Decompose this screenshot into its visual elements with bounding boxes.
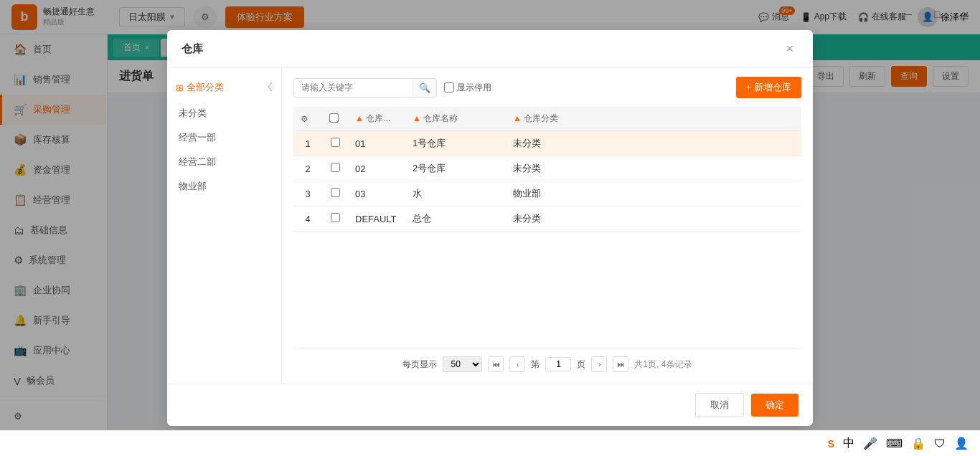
page-label: 第 xyxy=(531,358,540,371)
row-check-2[interactable] xyxy=(322,156,348,181)
row-checkbox-1[interactable] xyxy=(331,138,340,147)
row-num-3: 3 xyxy=(293,181,322,206)
search-input[interactable] xyxy=(294,79,413,96)
row-name-4: 总仓 xyxy=(405,206,506,232)
sort-cat-icon: ▲ xyxy=(513,113,522,123)
last-page-button[interactable]: ⏭ xyxy=(613,356,628,372)
first-page-button[interactable]: ⏮ xyxy=(488,356,504,372)
row-cat-2: 未分类 xyxy=(506,156,801,181)
col-name: ▲ 仓库名称 xyxy=(405,107,506,131)
row-check-3[interactable] xyxy=(322,181,348,206)
col-settings: ⚙ xyxy=(293,107,322,131)
show-disabled-text: 显示停用 xyxy=(457,82,491,94)
row-cat-1: 未分类 xyxy=(506,131,801,156)
confirm-button[interactable]: 确定 xyxy=(751,394,798,417)
per-page-select[interactable]: 50 20 100 xyxy=(443,356,482,372)
add-warehouse-button[interactable]: + 新增仓库 xyxy=(736,77,801,98)
warehouse-dialog: 仓库 × ⊞ 全部分类 《 未分类 经营一部 经营二部 物业部 xyxy=(167,30,813,426)
row-name-3: 水 xyxy=(405,181,506,206)
row-cat-4: 未分类 xyxy=(506,206,801,232)
show-disabled-checkbox[interactable] xyxy=(444,82,454,92)
row-num-2: 2 xyxy=(293,156,322,181)
mic-icon[interactable]: 🎤 xyxy=(863,437,877,450)
dialog-close-button[interactable]: × xyxy=(781,40,798,57)
page-suffix: 页 xyxy=(577,358,585,371)
row-name-2: 2号仓库 xyxy=(405,156,506,181)
cancel-button[interactable]: 取消 xyxy=(695,393,744,417)
status-bar: S 中 🎤 ⌨ 🔒 🛡 👤 xyxy=(0,430,980,456)
dialog-header: 仓库 × xyxy=(167,30,813,68)
category-item-ops1[interactable]: 经营一部 xyxy=(167,125,281,150)
col-category: ▲ 仓库分类 xyxy=(506,107,801,131)
select-all-checkbox[interactable] xyxy=(329,113,339,123)
dialog-body: ⊞ 全部分类 《 未分类 经营一部 经营二部 物业部 🔍 xyxy=(167,68,813,384)
row-num-4: 4 xyxy=(293,206,322,232)
sort-name-icon: ▲ xyxy=(413,113,421,123)
dialog-footer: 取消 确定 xyxy=(167,384,813,426)
lock-icon: 🔒 xyxy=(911,437,925,450)
row-num-1: 1 xyxy=(293,131,322,156)
col-code: ▲ 仓库... xyxy=(348,107,405,131)
pagination-bar: 每页显示 50 20 100 ⏮ ‹ 第 页 › ⏭ 共1页, 4条记录 xyxy=(293,348,801,375)
page-number-input[interactable] xyxy=(545,357,571,371)
dialog-main: 🔍 显示停用 + 新增仓库 ⚙ ▲ xyxy=(282,68,813,384)
table-row[interactable]: 1 01 1号仓库 未分类 xyxy=(293,131,801,156)
row-check-1[interactable] xyxy=(322,131,348,156)
category-collapse-button[interactable]: 《 xyxy=(263,81,273,94)
search-icon[interactable]: 🔍 xyxy=(413,79,436,97)
table-row[interactable]: 4 DEFAULT 总仓 未分类 xyxy=(293,206,801,232)
user-status-icon: 👤 xyxy=(954,437,969,450)
row-cat-3: 物业部 xyxy=(506,181,801,206)
page-total: 共1页, 4条记录 xyxy=(634,358,692,371)
keyboard-icon[interactable]: ⌨ xyxy=(886,437,903,450)
dialog-overlay: 仓库 × ⊞ 全部分类 《 未分类 经营一部 经营二部 物业部 xyxy=(0,0,980,456)
chinese-input-icon[interactable]: 中 xyxy=(843,436,854,451)
dialog-title: 仓库 xyxy=(182,42,203,56)
row-check-4[interactable] xyxy=(322,206,348,232)
dialog-toolbar: 🔍 显示停用 + 新增仓库 xyxy=(293,77,801,98)
table-row[interactable]: 2 02 2号仓库 未分类 xyxy=(293,156,801,181)
category-item-uncategorized[interactable]: 未分类 xyxy=(167,101,281,125)
row-checkbox-2[interactable] xyxy=(331,163,340,172)
category-item-property[interactable]: 物业部 xyxy=(167,174,281,199)
row-checkbox-4[interactable] xyxy=(331,213,340,222)
sort-icon: ▲ xyxy=(355,113,364,123)
search-box: 🔍 xyxy=(293,78,437,98)
category-item-ops2[interactable]: 经营二部 xyxy=(167,150,281,174)
table-row[interactable]: 3 03 水 物业部 xyxy=(293,181,801,206)
category-sidebar: ⊞ 全部分类 《 未分类 经营一部 经营二部 物业部 xyxy=(167,68,282,384)
brand-icon: S xyxy=(828,438,834,450)
shield-icon: 🛡 xyxy=(934,437,946,450)
row-code-3: 03 xyxy=(348,181,405,206)
row-code-1: 01 xyxy=(348,131,405,156)
row-checkbox-3[interactable] xyxy=(331,188,340,197)
show-disabled-label[interactable]: 显示停用 xyxy=(444,82,491,94)
category-header: ⊞ 全部分类 《 xyxy=(167,77,281,101)
prev-page-button[interactable]: ‹ xyxy=(509,356,525,372)
row-name-1: 1号仓库 xyxy=(405,131,506,156)
row-code-4: DEFAULT xyxy=(348,206,405,232)
per-page-label: 每页显示 xyxy=(402,358,437,371)
row-code-2: 02 xyxy=(348,156,405,181)
col-check xyxy=(322,107,348,131)
next-page-button[interactable]: › xyxy=(591,356,607,372)
category-header-label: 全部分类 xyxy=(187,81,224,94)
grid-icon: ⊞ xyxy=(176,82,184,93)
warehouse-table: ⚙ ▲ 仓库... ▲ 仓库名称 ▲ xyxy=(293,107,801,232)
